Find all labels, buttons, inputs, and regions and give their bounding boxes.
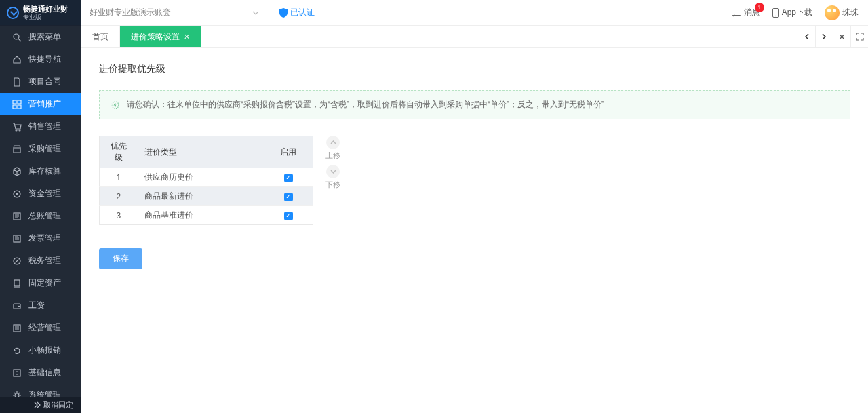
- svg-rect-4: [18, 105, 21, 109]
- tabs-close-all-button[interactable]: ✕: [833, 26, 850, 47]
- grid-icon: [12, 100, 22, 109]
- alert-text: 请您确认：往来单位中的供应商“采购报价含税”设置，为“含税”，取到进价后将自动带…: [127, 99, 604, 111]
- pin-icon: [34, 401, 41, 408]
- refresh-icon: [12, 346, 22, 355]
- table-row[interactable]: 2商品最新进价✓: [100, 187, 313, 206]
- col-type: 进价类型: [138, 136, 264, 168]
- app-download-button[interactable]: App下载: [772, 7, 812, 18]
- save-button[interactable]: 保存: [99, 248, 142, 269]
- sidebar-item-label: 销售管理: [28, 121, 61, 132]
- sidebar-item-label: 工资: [28, 300, 45, 311]
- sidebar-item-14[interactable]: 小畅报销: [0, 339, 81, 361]
- sidebar-item-2[interactable]: 项目合同: [0, 71, 81, 93]
- account-selector[interactable]: 好业财专业版演示账套: [90, 7, 259, 18]
- sidebar-item-label: 基础信息: [28, 367, 61, 378]
- table-row[interactable]: 3商品基准进价✓: [100, 206, 313, 225]
- sidebar-item-15[interactable]: 基础信息: [0, 361, 81, 384]
- messages-button[interactable]: 消息 1: [732, 7, 760, 18]
- sidebar-item-label: 库存核算: [28, 165, 61, 177]
- cell-enable: ✓: [264, 187, 313, 206]
- checkbox-enabled[interactable]: ✓: [284, 212, 293, 220]
- sidebar-item-1[interactable]: 快捷导航: [0, 48, 81, 71]
- sidebar-item-12[interactable]: 工资: [0, 294, 81, 317]
- sidebar-item-11[interactable]: 固定资产: [0, 272, 81, 294]
- sidebar-item-6[interactable]: 库存核算: [0, 160, 81, 182]
- list-icon: [12, 323, 22, 333]
- cell-priority: 3: [100, 206, 138, 225]
- cell-type: 供应商历史价: [138, 168, 264, 187]
- message-icon: [732, 9, 741, 17]
- tabs-prev-button[interactable]: [797, 26, 815, 47]
- app-download-label: App下载: [782, 7, 812, 18]
- sidebar-item-4[interactable]: 销售管理: [0, 115, 81, 138]
- sidebar-item-label: 固定资产: [28, 277, 61, 289]
- tab-home[interactable]: 首页: [81, 26, 120, 47]
- sidebar-item-7[interactable]: 资金管理: [0, 182, 81, 205]
- tabs-controls: ✕: [797, 26, 868, 47]
- coin-icon: [12, 189, 22, 199]
- tab-price-strategy[interactable]: 进价策略设置 ✕: [120, 26, 201, 47]
- info-alert: 请您确认：往来单位中的供应商“采购报价含税”设置，为“含税”，取到进价后将自动带…: [99, 90, 850, 119]
- avatar: [825, 5, 840, 20]
- settings-icon: [12, 368, 22, 378]
- sidebar-item-16[interactable]: 系统管理: [0, 384, 81, 397]
- cell-type: 商品最新进价: [138, 187, 264, 206]
- sidebar-item-label: 营销推广: [28, 98, 61, 110]
- sidebar-item-label: 系统管理: [28, 389, 61, 397]
- move-up-label: 上移: [326, 151, 340, 161]
- search-icon: [12, 33, 22, 42]
- sidebar-item-5[interactable]: 采购管理: [0, 138, 81, 160]
- header: 好业财专业版演示账套 已认证 消息 1 App下载 珠珠: [81, 0, 868, 26]
- cell-type: 商品基准进价: [138, 206, 264, 225]
- move-down-button[interactable]: [326, 165, 340, 178]
- sidebar-item-3[interactable]: 营销推广: [0, 93, 81, 115]
- priority-table: 优先级 进价类型 启用 1供应商历史价✓2商品最新进价✓3商品基准进价✓: [99, 136, 313, 225]
- sidebar-pin-toggle[interactable]: 取消固定: [0, 397, 81, 413]
- move-up-button[interactable]: [326, 136, 340, 149]
- sidebar-item-label: 采购管理: [28, 143, 61, 155]
- brand-subtitle: 专业版: [23, 14, 68, 20]
- wallet-icon: [12, 301, 22, 311]
- verified-label: 已认证: [290, 7, 315, 18]
- checkbox-enabled[interactable]: ✓: [284, 193, 293, 201]
- svg-point-18: [775, 15, 776, 16]
- cell-priority: 2: [100, 187, 138, 206]
- verified-badge: 已认证: [279, 7, 315, 18]
- account-name: 好业财专业版演示账套: [90, 7, 171, 18]
- sidebar-item-10[interactable]: 税务管理: [0, 250, 81, 272]
- svg-rect-1: [13, 100, 16, 104]
- fullscreen-button[interactable]: [850, 26, 868, 47]
- sidebar-item-label: 总账管理: [28, 210, 61, 222]
- tax-icon: [12, 256, 22, 266]
- tab-home-label: 首页: [92, 31, 108, 43]
- sidebar-item-9[interactable]: 发票管理: [0, 227, 81, 250]
- close-icon[interactable]: ✕: [184, 33, 190, 41]
- tab-active-label: 进价策略设置: [131, 31, 180, 43]
- brand-title: 畅捷通好业财: [23, 5, 68, 13]
- sidebar: 畅捷通好业财 专业版 搜索菜单快捷导航项目合同营销推广销售管理采购管理库存核算资…: [0, 0, 81, 413]
- shop-icon: [12, 144, 22, 154]
- cart-icon: [12, 122, 22, 132]
- box-icon: [12, 167, 22, 176]
- user-menu[interactable]: 珠珠: [825, 5, 859, 20]
- svg-rect-14: [14, 370, 20, 376]
- sidebar-item-13[interactable]: 经营管理: [0, 317, 81, 339]
- header-actions: 消息 1 App下载 珠珠: [732, 5, 859, 20]
- sidebar-item-label: 资金管理: [28, 188, 61, 199]
- svg-rect-11: [14, 280, 20, 286]
- sidebar-item-label: 税务管理: [28, 255, 61, 267]
- home-icon: [12, 55, 22, 64]
- sidebar-item-0[interactable]: 搜索菜单: [0, 26, 81, 48]
- svg-point-0: [14, 34, 19, 39]
- tabs-next-button[interactable]: [815, 26, 833, 47]
- seal-icon: [12, 279, 22, 288]
- svg-point-6: [19, 130, 20, 131]
- sidebar-item-8[interactable]: 总账管理: [0, 205, 81, 227]
- file-icon: [12, 77, 22, 87]
- svg-rect-16: [732, 9, 741, 15]
- sidebar-item-label: 经营管理: [28, 322, 61, 334]
- table-row[interactable]: 1供应商历史价✓: [100, 168, 313, 187]
- checkbox-enabled[interactable]: ✓: [284, 174, 293, 182]
- logo-icon: [7, 7, 19, 19]
- messages-badge: 1: [755, 3, 764, 12]
